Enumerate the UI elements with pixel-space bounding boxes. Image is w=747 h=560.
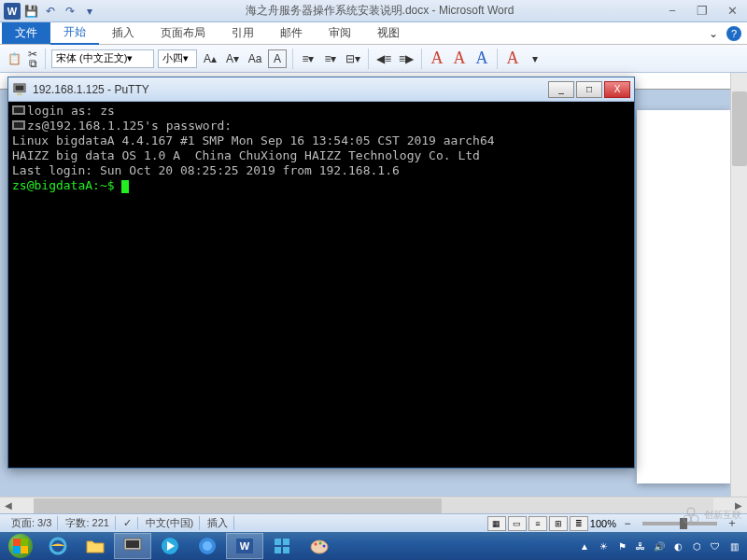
qat-customize[interactable]: ▾ [81,3,98,20]
shield-icon[interactable]: 🛡 [708,539,723,553]
shrink-font-button[interactable]: A▾ [223,49,242,68]
taskbar-ie[interactable] [39,533,77,559]
taskbar-paint[interactable] [301,533,338,559]
taskbar-browser[interactable] [189,533,226,559]
copy-button[interactable]: ⧉ [26,59,39,68]
putty-minimize-button[interactable]: _ [548,81,574,98]
term-line-5: Last login: Sun Oct 20 08:25:25 2019 fro… [12,163,400,177]
vertical-scrollbar[interactable] [730,73,747,513]
style-normal[interactable]: A [503,49,522,68]
insert-mode[interactable]: 插入 [202,516,234,530]
ribbon-tabs: 文件 开始 插入 页面布局 引用 邮件 审阅 视图 ⌄ ? [0,22,747,45]
draft-view[interactable]: ≣ [570,516,588,531]
tab-layout[interactable]: 页面布局 [148,22,218,44]
undo-button[interactable]: ↶ [42,3,59,20]
char-border-button[interactable]: A [268,49,287,68]
volume-icon[interactable]: 🔊 [652,539,667,553]
word-icon: W [234,536,255,556]
taskbar-app1[interactable] [263,533,301,559]
taskbar-word[interactable]: W [226,533,263,559]
tab-references[interactable]: 引用 [218,22,267,44]
network-icon[interactable]: 🖧 [633,539,648,553]
change-case-button[interactable]: Aa [246,49,264,68]
tray-icon-3[interactable]: ⬡ [689,539,704,553]
font-size-select[interactable]: 小四 ▾ [158,49,197,68]
font-name-select[interactable]: 宋体 (中文正文) ▾ [51,49,154,68]
scroll-track[interactable] [34,498,713,513]
term-line-3: Linux bigdataA 4.4.167 #1 SMP Mon Sep 16… [12,133,495,147]
help-icon[interactable]: ? [726,26,741,41]
hscroll-thumb[interactable] [34,498,442,513]
folder-icon [85,536,106,556]
style-heading2[interactable]: A [450,49,469,68]
zoom-label[interactable]: 100% [590,518,616,529]
print-layout-view[interactable]: ▦ [487,516,506,531]
tab-mailings[interactable]: 邮件 [267,22,316,44]
word-title-bar: W 💾 ↶ ↷ ▾ 海之舟服务器操作系统安装说明.docx - Microsof… [0,0,747,22]
multilevel-button[interactable]: ⊟▾ [344,49,362,68]
horizontal-scrollbar[interactable]: ◀ ▶ [0,497,747,513]
decrease-indent-button[interactable]: ◀≡ [374,49,393,68]
tray-icon-1[interactable]: ☀ [596,539,611,553]
watermark: 创新互联 [680,504,741,526]
grow-font-button[interactable]: A▴ [201,49,219,68]
bullets-button[interactable]: ≡▾ [299,49,317,68]
maximize-button[interactable]: ❐ [691,4,713,19]
language-status[interactable]: 中文(中国) [140,516,200,530]
tab-home[interactable]: 开始 [50,21,99,45]
style-heading3[interactable]: A [472,49,491,68]
tab-view[interactable]: 视图 [364,22,413,44]
web-view[interactable]: ≡ [529,516,547,531]
numbering-button[interactable]: ≡▾ [321,49,340,68]
scroll-left-button[interactable]: ◀ [0,498,17,513]
redo-button[interactable]: ↷ [62,3,78,20]
tab-insert[interactable]: 插入 [99,22,148,44]
putty-window: 192.168.1.125 - PuTTY _ □ X login as: zs… [7,77,635,469]
close-button[interactable]: ✕ [721,4,743,19]
zoom-out-button[interactable]: − [618,514,637,533]
taskbar-putty[interactable] [114,533,151,559]
tray-icon-2[interactable]: ◐ [670,539,685,553]
svg-point-25 [323,545,326,548]
tab-review[interactable]: 审阅 [316,22,364,44]
svg-rect-21 [283,547,289,553]
svg-point-15 [203,541,212,551]
start-button[interactable] [2,533,39,559]
putty-maximize-button[interactable]: □ [576,81,602,98]
putty-title-bar[interactable]: 192.168.1.125 - PuTTY _ □ X [8,77,634,102]
svg-rect-18 [275,539,281,545]
file-tab[interactable]: 文件 [2,22,50,44]
document-page[interactable] [637,110,730,483]
system-tray: ▲ ☀ ⚑ 🖧 🔊 ◐ ⬡ 🛡 ▥ [577,539,745,553]
paste-button[interactable]: 📋 [4,49,24,69]
taskbar-explorer[interactable] [77,533,114,559]
svg-rect-12 [126,540,139,548]
svg-point-9 [691,515,698,523]
tray-icon-4[interactable]: ▥ [726,539,741,553]
proofing-icon[interactable]: ✓ [118,517,138,529]
terminal[interactable]: login as: zs zs@192.168.1.125's password… [8,102,634,468]
terminal-icon [12,105,25,119]
putty-close-button[interactable]: X [604,81,630,98]
styles-expand[interactable]: ▾ [526,49,544,68]
svg-rect-1 [16,85,24,90]
page-status[interactable]: 页面: 3/3 [6,516,58,530]
grid-icon [272,536,292,556]
svg-rect-19 [283,539,289,545]
windows-logo-icon [8,534,33,558]
save-button[interactable]: 💾 [22,3,39,20]
svg-point-23 [315,543,317,546]
taskbar-mediaplayer[interactable] [151,533,189,559]
increase-indent-button[interactable]: ≡▶ [397,49,416,68]
ribbon-minimize-icon[interactable]: ⌄ [704,24,723,43]
word-count[interactable]: 字数: 221 [60,516,115,530]
minimize-button[interactable]: − [661,4,684,19]
tray-arrow-icon[interactable]: ▲ [577,539,592,553]
scroll-thumb[interactable] [732,91,747,166]
putty-title-text: 192.168.1.125 - PuTTY [33,83,548,96]
term-line-1-input: zs [100,104,115,118]
outline-view[interactable]: ⊞ [549,516,568,531]
fullscreen-view[interactable]: ▭ [508,516,527,531]
style-heading1[interactable]: A [428,49,446,68]
flag-icon[interactable]: ⚑ [614,539,629,553]
